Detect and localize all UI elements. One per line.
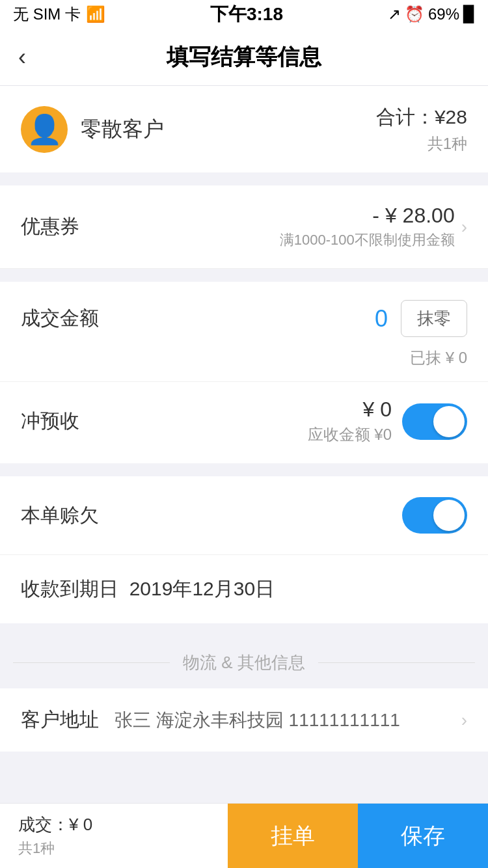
total-amount: 合计：¥28 [376,104,467,131]
bottom-bar: 成交：¥ 0 共1种 挂单 保存 [0,803,488,868]
debt-toggle[interactable] [402,497,467,534]
bottom-info: 成交：¥ 0 共1种 [0,804,228,868]
address-label: 客户地址 [21,707,99,733]
transaction-section: 成交金额 0 抹零 已抹 ¥ 0 [0,282,488,382]
page-title: 填写结算等信息 [167,42,321,72]
address-section[interactable]: 客户地址 张三 海淀永丰科技园 11111111111 › [0,688,488,752]
transaction-sub-info: 已抹 ¥ 0 [21,347,467,381]
wifi-icon: 📶 [86,5,105,23]
hold-button-label: 挂单 [271,821,315,851]
transaction-right: 0 抹零 [375,300,467,337]
customer-section: 👤 零散客户 合计：¥28 共1种 [0,86,488,172]
coupon-values: - ¥ 28.00 满1000-100不限制使用金额 [280,204,455,250]
divider-3 [0,463,488,476]
status-time: 下午3:18 [210,2,283,27]
debt-section: 本单赊欠 [0,476,488,554]
content: 👤 零散客户 合计：¥28 共1种 优惠券 - ¥ 28.00 满1000-10… [0,86,488,868]
prepay-amount: ¥ 0 [308,398,392,422]
transaction-value: 0 [375,305,388,332]
coupon-label: 优惠券 [21,213,79,240]
due-date-label: 收款到期日 2019年12月30日 [21,578,275,599]
carrier-label: 无 SIM 卡 [13,4,81,25]
battery-icon: ▉ [463,5,475,23]
divider-1 [0,172,488,185]
prepay-label: 冲预收 [21,408,79,435]
back-button[interactable]: ‹ [18,44,26,71]
bottom-deal-label: 成交：¥ 0 [18,813,210,836]
save-button-label: 保存 [401,821,445,851]
transaction-row: 成交金额 0 抹零 [21,300,467,347]
avatar: 👤 [21,106,68,153]
save-button[interactable]: 保存 [358,804,488,868]
debt-toggle-knob [433,500,465,531]
alarm-icon: ⏰ [405,5,424,23]
avatar-icon: 👤 [27,113,62,146]
prepay-right: ¥ 0 应收金额 ¥0 [308,398,467,445]
total-count: 共1种 [376,133,467,154]
customer-name: 零散客户 [81,115,164,144]
nav-bar: ‹ 填写结算等信息 [0,29,488,86]
address-value: 张三 海淀永丰科技园 11111111111 [115,708,461,733]
logistics-line-left [13,662,170,663]
coupon-discount: - ¥ 28.00 [280,204,455,228]
logistics-line-right [318,662,475,663]
bottom-count: 共1种 [18,839,210,858]
status-bar: 无 SIM 卡 📶 下午3:18 ↗ ⏰ 69% ▉ [0,0,488,29]
prepay-values: ¥ 0 应收金额 ¥0 [308,398,392,445]
customer-right: 合计：¥28 共1种 [376,104,467,154]
prepay-row: 冲预收 ¥ 0 应收金额 ¥0 [21,382,467,445]
prepay-section: 冲预收 ¥ 0 应收金额 ¥0 [0,382,488,463]
coupon-right: - ¥ 28.00 满1000-100不限制使用金额 › [280,204,467,250]
location-icon: ↗ [388,5,401,23]
coupon-row[interactable]: 优惠券 - ¥ 28.00 满1000-100不限制使用金额 › [0,185,488,269]
hold-button[interactable]: 挂单 [228,804,358,868]
customer-left: 👤 零散客户 [21,106,164,153]
prepay-toggle[interactable] [402,403,467,440]
transaction-label: 成交金额 [21,305,99,332]
status-right: ↗ ⏰ 69% ▉ [388,5,475,23]
divider-4 [0,623,488,636]
toggle-knob [433,406,465,437]
round-button[interactable]: 抹零 [401,300,467,337]
coupon-desc: 满1000-100不限制使用金额 [280,230,455,250]
battery-label: 69% [428,5,459,23]
due-date-section: 收款到期日 2019年12月30日 [0,554,488,623]
status-left: 无 SIM 卡 📶 [13,4,105,25]
address-chevron-icon: › [461,710,467,731]
divider-2 [0,269,488,282]
logistics-divider: 物流 & 其他信息 [0,636,488,688]
coupon-chevron-icon: › [461,217,467,237]
debt-label: 本单赊欠 [21,502,99,529]
logistics-text: 物流 & 其他信息 [183,651,305,674]
prepay-receivable: 应收金额 ¥0 [308,424,392,445]
